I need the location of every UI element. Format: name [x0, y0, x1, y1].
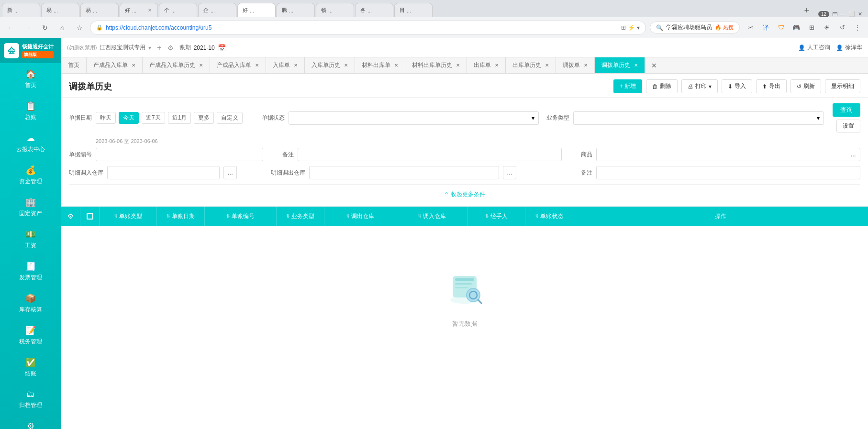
new-button[interactable]: + 新增: [613, 79, 642, 93]
page-tab-close-product-in-2[interactable]: ✕: [255, 63, 259, 68]
page-tab-product-in-history[interactable]: 产成品入库单历史✕: [143, 57, 210, 73]
date-btn-7days[interactable]: 近7天: [142, 112, 165, 124]
in-warehouse-input[interactable]: [107, 166, 220, 179]
number-input[interactable]: [96, 148, 263, 161]
import-button[interactable]: ⬇ 导入: [722, 79, 752, 93]
date-btn-yesterday[interactable]: 昨天: [96, 112, 116, 124]
th-number[interactable]: ⇅ 单账编号: [205, 207, 277, 226]
minimize-icon[interactable]: —: [840, 11, 846, 17]
history-back-icon[interactable]: ↺: [835, 21, 849, 34]
sidebar-item-ledger[interactable]: 📋 总账: [0, 95, 61, 127]
note2-input[interactable]: [596, 166, 860, 179]
user-button[interactable]: 👤 徐泽华: [836, 44, 862, 52]
browser-tab-6[interactable]: 企...: [198, 3, 236, 17]
browser-tab-8[interactable]: 腾...: [277, 3, 315, 17]
back-button[interactable]: ←: [4, 21, 17, 34]
page-tab-stock-in-history[interactable]: 入库单历史✕: [305, 57, 355, 73]
page-tab-close-transfer-history[interactable]: ✕: [634, 63, 638, 68]
th-checkbox[interactable]: [80, 207, 100, 226]
game-icon[interactable]: 🎮: [790, 21, 803, 34]
forward-button[interactable]: →: [21, 21, 34, 34]
th-out-warehouse[interactable]: ⇅ 调出仓库: [324, 207, 396, 226]
sidebar-item-archive[interactable]: 🗂 归档管理: [0, 384, 61, 415]
sidebar-item-basic[interactable]: ⚙ 基础设置: [0, 415, 61, 429]
sidebar-item-reports[interactable]: ☁ 云报表中心: [0, 127, 61, 159]
sidebar-item-salary[interactable]: 💵 工资: [0, 223, 61, 255]
page-tab-product-in[interactable]: 产成品入库单✕: [87, 57, 143, 73]
scissors-icon[interactable]: ✂: [744, 21, 757, 34]
sidebar-item-inventory[interactable]: 📦 库存核算: [0, 287, 61, 319]
browser-tab-2[interactable]: 易...: [41, 3, 79, 17]
service-button[interactable]: 👤 人工咨询: [798, 44, 830, 52]
date-btn-more[interactable]: 更多: [194, 112, 214, 124]
page-tab-material-out[interactable]: 材料出库单✕: [355, 57, 405, 73]
page-tab-transfer[interactable]: 调拨单✕: [556, 57, 595, 73]
company-dropdown-icon[interactable]: ▾: [148, 44, 151, 51]
address-bar[interactable]: 🔒 https://cloud.chanjet.com/accounting/u…: [90, 21, 646, 35]
date-btn-today[interactable]: 今天: [119, 112, 139, 124]
th-in-warehouse[interactable]: ⇅ 调入仓库: [396, 207, 468, 226]
date-btn-custom[interactable]: 自定义: [217, 112, 243, 124]
page-tab-out-history[interactable]: 出库单历史✕: [506, 57, 556, 73]
page-tab-close-material-out-history[interactable]: ✕: [456, 63, 460, 68]
browser-tab-9[interactable]: 畅...: [316, 3, 354, 17]
settings-gear-icon[interactable]: ⚙: [167, 44, 174, 52]
calendar-icon[interactable]: 📅: [218, 44, 226, 52]
sidebar-item-invoice[interactable]: 🧾 发票管理: [0, 255, 61, 287]
display-detail-button[interactable]: 显示明细: [825, 79, 860, 93]
page-tab-transfer-history[interactable]: 调拨单历史✕: [595, 57, 645, 73]
page-tab-stock-in[interactable]: 入库单✕: [266, 57, 305, 73]
page-tab-close-out[interactable]: ✕: [495, 63, 499, 68]
period-selector[interactable]: 账期 2021-10 📅: [179, 44, 226, 52]
collapse-button[interactable]: ⌃ 收起更多条件: [440, 188, 489, 200]
page-tab-close-product-in[interactable]: ✕: [132, 63, 135, 68]
refresh-page-button[interactable]: ↺ 刷新: [790, 79, 821, 93]
status-dropdown[interactable]: ▾: [289, 111, 539, 125]
maximize-icon[interactable]: ⬜: [848, 11, 855, 17]
refresh-button[interactable]: ↻: [38, 21, 52, 34]
browser-tab-4[interactable]: 好...✕: [120, 3, 158, 17]
in-warehouse-ellipsis-btn[interactable]: …: [223, 166, 237, 179]
close-window-icon[interactable]: ✕: [858, 11, 862, 17]
query-button[interactable]: 查询: [833, 103, 860, 117]
page-tab-product-in-2[interactable]: 产成品入库单✕: [210, 57, 266, 73]
browser-tab-10[interactable]: 各...: [355, 3, 393, 17]
page-tab-out[interactable]: 出库单✕: [467, 57, 506, 73]
home-button[interactable]: ⌂: [56, 21, 69, 34]
th-biztype[interactable]: ⇅ 业务类型: [277, 207, 324, 226]
browser-tab-7[interactable]: 好...: [237, 3, 276, 17]
browser-tab-3[interactable]: 易...: [80, 3, 119, 17]
page-tab-close-stock-in-history[interactable]: ✕: [344, 63, 348, 68]
add-company-btn[interactable]: +: [157, 44, 161, 52]
th-settings[interactable]: ⚙: [61, 207, 80, 226]
export-button[interactable]: ⬆ 导出: [756, 79, 787, 93]
tabs-close-all-button[interactable]: ✕: [645, 58, 663, 73]
browser-tab-11[interactable]: 目...: [394, 3, 433, 17]
sidebar-item-assets[interactable]: 🏢 固定资产: [0, 191, 61, 223]
out-warehouse-ellipsis-btn[interactable]: …: [503, 166, 516, 179]
goods-dropdown[interactable]: …: [596, 148, 860, 161]
th-date[interactable]: ⇅ 单账日期: [157, 207, 205, 226]
new-tab-button[interactable]: +: [800, 4, 813, 17]
th-handler[interactable]: ⇅ 经手人: [468, 207, 525, 226]
page-tab-close-material-out[interactable]: ✕: [394, 63, 398, 68]
th-type[interactable]: ⇅ 单账类型: [100, 207, 157, 226]
page-tab-close-transfer[interactable]: ✕: [584, 63, 588, 68]
delete-button[interactable]: 🗑 删除: [646, 79, 678, 93]
page-tab-close-stock-in[interactable]: ✕: [294, 63, 298, 68]
bookmark-button[interactable]: ☆: [73, 21, 86, 34]
dropdown-icon[interactable]: ▾: [637, 24, 640, 31]
shield-icon[interactable]: 🛡: [774, 21, 788, 34]
browser-tab-1[interactable]: 新...: [2, 3, 40, 17]
sidebar-item-closing[interactable]: ✅ 结账: [0, 352, 61, 384]
sidebar-item-tax[interactable]: 📝 税务管理: [0, 319, 61, 352]
page-tab-material-out-history[interactable]: 材料出库单历史✕: [405, 57, 467, 73]
company-selector[interactable]: (勿删勿禁用) 江西服宝测试专用 ▾: [67, 44, 151, 52]
grid-icon[interactable]: ⊞: [805, 21, 818, 34]
sidebar-item-home[interactable]: 🏠 首页: [0, 63, 61, 95]
page-tab-close-out-history[interactable]: ✕: [545, 63, 549, 68]
browser-search[interactable]: 🔍 学霸应聘场驱鸟员 🔥 热搜: [650, 22, 740, 33]
page-tab-home[interactable]: 首页: [61, 57, 87, 73]
setting-button[interactable]: 设置: [836, 120, 860, 132]
biztype-dropdown[interactable]: ▾: [573, 111, 824, 125]
